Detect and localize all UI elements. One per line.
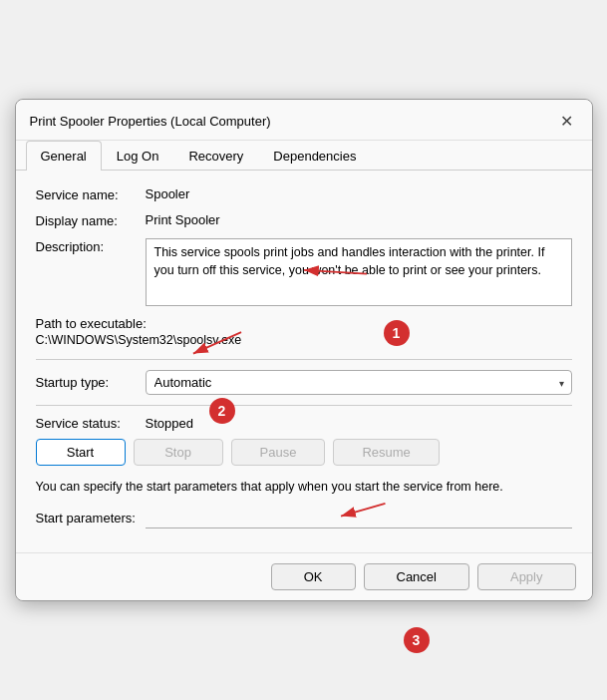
annotation-badge-1: 1	[384, 320, 410, 346]
service-status-section: Service status: Stopped Start Stop Pause…	[36, 416, 572, 466]
startup-type-select[interactable]: Automatic Automatic (Delayed Start) Manu…	[146, 370, 572, 395]
title-bar: Print Spooler Properties (Local Computer…	[16, 100, 592, 141]
path-value: C:\WINDOWS\System32\spoolsv.exe	[36, 333, 572, 347]
tab-recovery[interactable]: Recovery	[173, 141, 258, 171]
service-buttons: Start Stop Pause Resume	[36, 439, 572, 466]
tab-logon[interactable]: Log On	[102, 141, 174, 171]
startup-type-wrapper: Automatic Automatic (Delayed Start) Manu…	[146, 370, 572, 395]
display-name-label: Display name:	[36, 212, 146, 228]
tab-dependencies[interactable]: Dependencies	[258, 141, 371, 171]
ok-button[interactable]: OK	[271, 563, 356, 590]
annotation-badge-2: 2	[209, 398, 235, 424]
path-section: Path to executable: C:\WINDOWS\System32\…	[36, 316, 572, 347]
divider-2	[36, 405, 572, 406]
description-box: This service spools print jobs and handl…	[146, 238, 572, 306]
hint-text: You can specify the start parameters tha…	[36, 478, 572, 497]
stop-button[interactable]: Stop	[134, 439, 223, 466]
apply-button[interactable]: Apply	[477, 563, 576, 590]
footer: OK Cancel Apply	[16, 552, 592, 600]
display-name-value: Print Spooler	[146, 212, 572, 227]
service-name-value: Spooler	[146, 186, 572, 201]
path-label: Path to executable:	[36, 316, 572, 331]
divider-1	[36, 359, 572, 360]
display-name-row: Display name: Print Spooler	[36, 212, 572, 228]
pause-button[interactable]: Pause	[231, 439, 326, 466]
description-label: Description:	[36, 238, 146, 254]
cancel-button[interactable]: Cancel	[364, 563, 469, 590]
resume-button[interactable]: Resume	[333, 439, 439, 466]
service-status-row: Service status: Stopped	[36, 416, 572, 431]
startup-type-row: Startup type: Automatic Automatic (Delay…	[36, 370, 572, 395]
annotation-badge-3: 3	[404, 627, 430, 653]
service-status-label: Service status:	[36, 416, 146, 431]
start-button[interactable]: Start	[36, 439, 126, 466]
start-params-label: Start parameters:	[36, 511, 146, 525]
startup-type-label: Startup type:	[36, 375, 146, 390]
tab-bar: General Log On Recovery Dependencies	[16, 141, 592, 171]
service-status-value: Stopped	[146, 416, 193, 431]
start-params-row: Start parameters:	[36, 509, 572, 528]
content-area: Service name: Spooler Display name: Prin…	[16, 171, 592, 552]
description-row: Description: This service spools print j…	[36, 238, 572, 306]
service-name-label: Service name:	[36, 186, 146, 202]
tab-general[interactable]: General	[26, 141, 102, 171]
close-button[interactable]: ✕	[556, 110, 578, 132]
dialog-title: Print Spooler Properties (Local Computer…	[30, 114, 271, 129]
start-params-input[interactable]	[146, 509, 572, 528]
service-name-row: Service name: Spooler	[36, 186, 572, 202]
